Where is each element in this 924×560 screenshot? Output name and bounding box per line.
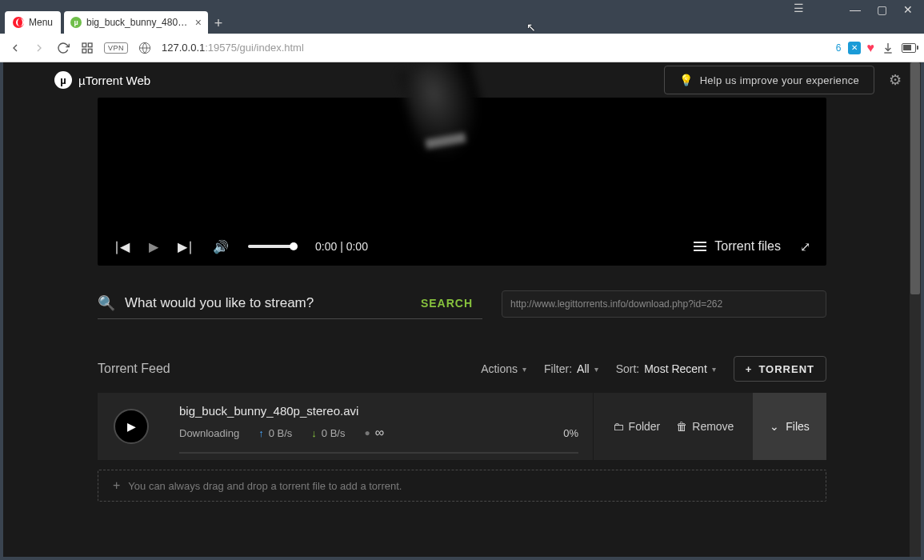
progress-bar (179, 452, 578, 454)
new-tab-button[interactable]: + (208, 13, 229, 34)
torrent-name: big_buck_bunny_480p_stereo.avi (179, 404, 578, 418)
folder-icon: 🗀 (613, 420, 624, 433)
svg-rect-1 (88, 43, 92, 47)
torrent-dropzone[interactable]: + You can always drag and drop a torrent… (98, 470, 826, 502)
search-button[interactable]: SEARCH (421, 297, 473, 310)
utorrent-logo-icon: µ (54, 71, 72, 89)
svg-rect-0 (82, 43, 86, 47)
download-icon: ↓ (311, 427, 317, 439)
peers-icon: ● (364, 427, 370, 438)
trash-icon: 🗑 (676, 420, 687, 433)
svg-rect-2 (82, 49, 86, 53)
bookmark-heart-icon[interactable]: ♥ (867, 41, 875, 55)
play-icon[interactable]: ▶ (149, 239, 158, 254)
open-folder-button[interactable]: 🗀 Folder (613, 420, 661, 433)
volume-slider[interactable] (248, 245, 296, 248)
play-torrent-button[interactable]: ▶ (114, 409, 149, 444)
downloads-icon[interactable] (881, 41, 895, 55)
search-icon: 🔍 (98, 294, 115, 312)
files-panel-toggle[interactable]: ⌄ Files (753, 393, 826, 460)
improve-label: Help us improve your experience (700, 74, 859, 86)
torrent-url-value: http://www.legittorrents.info/download.p… (510, 298, 722, 310)
window-menu-icon[interactable]: ☰ (794, 2, 804, 14)
utorrent-favicon-icon: µ (70, 17, 82, 28)
opera-menu-button[interactable]: Menu (5, 11, 61, 34)
chevron-down-icon: ▾ (594, 365, 598, 374)
svg-rect-3 (88, 49, 92, 53)
remove-torrent-button[interactable]: 🗑 Remove (676, 420, 734, 433)
brand-name: µTorrent Web (78, 74, 150, 87)
download-speed: ↓0 B/s (311, 427, 345, 439)
improve-experience-button[interactable]: 💡 Help us improve your experience (664, 66, 874, 94)
upload-icon: ↑ (258, 427, 264, 439)
brand-logo: µ µTorrent Web (54, 71, 150, 89)
feed-title: Torrent Feed (98, 362, 170, 376)
tab-close-icon[interactable]: × (195, 16, 202, 29)
adblock-count: 6 (836, 42, 842, 54)
menu-label: Menu (29, 17, 53, 28)
torrent-status: Downloading (179, 427, 239, 439)
plus-icon: + (746, 363, 753, 375)
tab-title: big_buck_bunny_480p_ste (86, 17, 190, 28)
site-info-globe-icon[interactable] (138, 41, 152, 55)
torrent-url-input[interactable]: http://www.legittorrents.info/download.p… (502, 290, 826, 318)
add-torrent-label: TORRENT (758, 363, 814, 375)
speed-dial-icon[interactable] (80, 41, 94, 55)
url-host: 127.0.0.1 (162, 42, 205, 54)
volume-icon[interactable]: 🔊 (213, 239, 229, 254)
progress-percent: 0% (563, 427, 578, 439)
maximize-icon[interactable]: ▢ (877, 3, 887, 16)
filter-dropdown[interactable]: Filter: All ▾ (544, 362, 598, 375)
adblock-shield-icon[interactable]: ✕ (848, 42, 861, 54)
next-track-icon[interactable]: ▶∣ (178, 239, 194, 254)
minimize-icon[interactable]: — (850, 3, 861, 16)
fullscreen-icon[interactable]: ⤢ (800, 239, 810, 254)
chevron-down-icon: ⌄ (770, 420, 779, 433)
nav-back-icon[interactable] (8, 41, 22, 55)
torrent-files-toggle[interactable]: Torrent files (694, 239, 781, 254)
chevron-down-icon: ▾ (712, 365, 716, 374)
torrent-files-label: Torrent files (714, 239, 781, 254)
prev-track-icon[interactable]: ∣◀ (114, 239, 130, 254)
reload-icon[interactable] (56, 41, 70, 55)
nav-forward-icon (32, 41, 46, 55)
scrollbar-thumb[interactable] (910, 62, 920, 294)
vpn-badge[interactable]: VPN (104, 42, 128, 54)
video-player[interactable]: ∣◀ ▶ ▶∣ 🔊 0:00 | 0:00 Torrent files ⤢ (98, 98, 826, 266)
torrent-row[interactable]: ▶ big_buck_bunny_480p_stereo.avi Downloa… (98, 393, 826, 460)
dropzone-hint: You can always drag and drop a torrent f… (128, 480, 402, 492)
battery-saver-icon[interactable] (902, 43, 916, 53)
add-torrent-button[interactable]: + TORRENT (734, 356, 826, 382)
close-window-icon[interactable]: ✕ (903, 3, 913, 16)
list-icon (694, 242, 706, 251)
browser-tab[interactable]: µ big_buck_bunny_480p_ste × (64, 11, 208, 34)
upload-speed: ↑0 B/s (258, 427, 292, 439)
scrollbar[interactable] (910, 62, 921, 557)
sort-dropdown[interactable]: Sort: Most Recent ▾ (616, 362, 716, 375)
address-url[interactable]: 127.0.0.1:19575/gui/index.html (162, 42, 304, 54)
playback-time: 0:00 | 0:00 (315, 240, 368, 253)
opera-logo-icon (13, 17, 24, 28)
peers: ●∞ (364, 426, 384, 440)
chevron-down-icon: ▾ (522, 365, 526, 374)
search-placeholder: What would you like to stream? (125, 295, 411, 311)
settings-gear-icon[interactable]: ⚙ (889, 71, 902, 89)
stream-search-input[interactable]: 🔍 What would you like to stream? SEARCH (98, 288, 482, 319)
url-rest: :19575/gui/index.html (205, 42, 304, 54)
actions-dropdown[interactable]: Actions ▾ (481, 362, 526, 375)
lightbulb-icon: 💡 (679, 74, 693, 86)
plus-icon: + (113, 478, 120, 493)
